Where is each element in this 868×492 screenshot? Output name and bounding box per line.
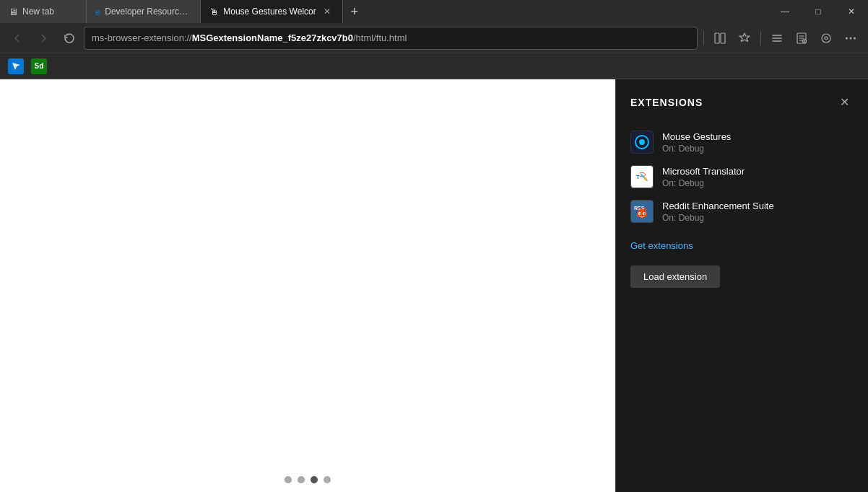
tab-newtab[interactable]: 🖥 New tab [0,0,87,23]
toolbar-icon-green: Sd [31,58,47,74]
panel-header: EXTENSIONS ✕ [630,94,854,110]
mousegestures-tab-icon: 🖱 [209,6,219,17]
tab-devresources[interactable]: e Developer Resources : Micr… [87,0,201,23]
mouse-gestures-info: Mouse Gestures On: Debug [662,131,731,154]
dot-1[interactable] [285,476,292,483]
res-svg: RES [632,201,652,221]
address-text: ms-browser-extension://MSGextensionName_… [92,32,407,43]
refresh-icon [64,32,75,44]
extensions-icon [820,32,832,44]
nav-divider [703,31,704,45]
svg-point-17 [640,214,641,215]
nav-actions [700,27,862,50]
extension-item-res[interactable]: RES Reddit Enhancement Suite [630,194,854,229]
maximize-button[interactable]: □ [802,0,835,23]
svg-point-18 [644,214,646,215]
mg-inner [639,139,645,145]
tab-close-button[interactable]: ✕ [321,5,334,18]
res-status: On: Debug [662,213,774,223]
refresh-button[interactable] [58,27,81,50]
extensions-button[interactable] [815,27,838,50]
minimize-button[interactable]: — [768,0,802,23]
get-extensions-link[interactable]: Get extensions [630,240,854,251]
svg-point-6 [846,37,848,39]
forward-icon [38,33,48,43]
page-content [0,79,615,492]
toolbar: Sd [0,53,868,79]
ms-translator-name: Microsoft Translator [662,166,745,177]
tab-mousegestures[interactable]: 🖱 Mouse Gestures Welcor ✕ [201,0,343,23]
notes-button[interactable] [790,27,813,50]
svg-point-20 [638,208,640,209]
svg-point-21 [645,208,646,209]
main-area: EXTENSIONS ✕ Mouse Gestures On: Debug T [0,79,868,492]
tab-label-mousegestures: Mouse Gestures Welcor [223,6,316,17]
svg-point-19 [640,208,644,213]
new-tab-button[interactable]: + [343,0,366,23]
res-name: Reddit Enhancement Suite [662,201,774,211]
svg-point-8 [854,37,856,39]
pagination-dots [285,476,331,483]
newtab-icon: 🖥 [9,6,18,17]
reading-view-button[interactable] [708,27,732,50]
toolbar-btn-2[interactable]: Sd [29,56,49,76]
res-info: Reddit Enhancement Suite On: Debug [662,201,774,223]
star-icon [739,32,750,44]
dot-4[interactable] [324,476,331,483]
address-prefix: ms-browser-extension:// [92,32,192,43]
reading-view-icon [714,32,726,44]
ms-translator-status: On: Debug [662,178,745,188]
close-button[interactable]: ✕ [835,0,868,23]
favorites-button[interactable] [733,27,756,50]
ms-translator-icon: T [630,165,654,188]
forward-button[interactable] [32,27,55,50]
mouse-gestures-status: On: Debug [662,144,731,154]
back-button[interactable] [6,27,29,50]
extension-item-mouse-gestures[interactable]: Mouse Gestures On: Debug [630,125,854,159]
toolbar-icon-blue [8,58,24,74]
notes-icon [796,32,807,44]
svg-point-5 [825,37,828,40]
more-button[interactable] [839,27,862,50]
svg-rect-0 [715,33,719,43]
address-path: /html/ftu.html [353,32,407,43]
address-bar[interactable]: ms-browser-extension://MSGextensionName_… [84,27,698,50]
svg-point-7 [850,37,852,39]
panel-title: EXTENSIONS [630,97,703,108]
nav-bar: ms-browser-extension://MSGextensionName_… [0,23,868,53]
tab-label-newtab: New tab [22,6,54,17]
extension-item-ms-translator[interactable]: T Microsoft Translator On: Debug [630,159,854,194]
toolbar-btn-1[interactable] [6,56,26,76]
title-bar: 🖥 New tab e Developer Resources : Micr… … [0,0,868,23]
dot-2[interactable] [298,476,305,483]
svg-text:T: T [636,174,640,180]
address-host: MSGextensionName_f5ze27zkcv7b0 [192,32,353,43]
blue-icon-svg [11,61,21,71]
hub-button[interactable] [765,27,789,50]
res-icon: RES [630,200,654,223]
dot-3[interactable] [311,476,318,483]
mouse-gestures-name: Mouse Gestures [662,131,731,142]
tab-label-devresources: Developer Resources : Micr… [105,6,191,17]
hub-icon [771,32,783,44]
panel-close-button[interactable]: ✕ [836,94,854,110]
devresources-icon: e [95,6,100,17]
svg-point-4 [822,34,830,43]
more-icon [845,32,856,44]
svg-rect-1 [721,33,725,43]
translator-svg: T [634,169,650,185]
window-controls: — □ ✕ [768,0,868,23]
svg-point-11 [644,177,647,180]
ms-translator-info: Microsoft Translator On: Debug [662,166,745,188]
nav-divider-2 [760,31,761,45]
extensions-panel: EXTENSIONS ✕ Mouse Gestures On: Debug T [615,79,868,492]
back-icon [12,33,22,43]
mouse-gestures-icon [630,131,654,154]
load-extension-button[interactable]: Load extension [630,265,720,288]
